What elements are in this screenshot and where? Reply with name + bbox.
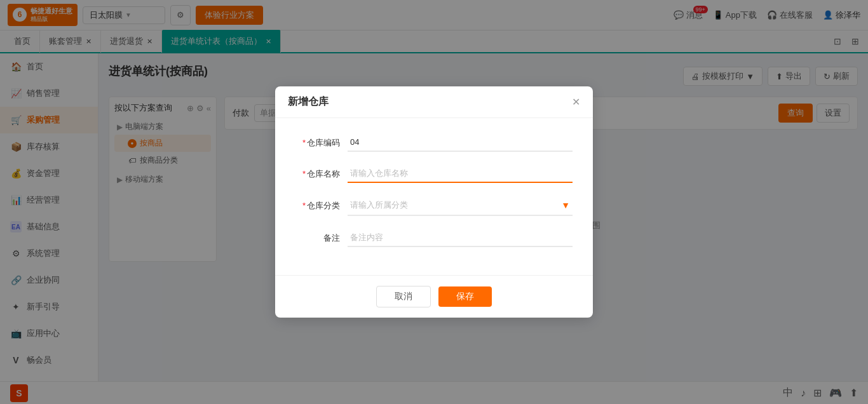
modal-overlay[interactable]: 新增仓库 ✕ 仓库编码 仓库名称 仓库分类 请输入所属分类 ▼ [0, 0, 868, 404]
dialog-close-button[interactable]: ✕ [572, 96, 580, 108]
form-row-category: 仓库分类 请输入所属分类 ▼ [295, 196, 573, 216]
form-row-name: 仓库名称 [295, 165, 573, 183]
form-row-code: 仓库编码 [295, 133, 573, 152]
category-arrow-icon: ▼ [561, 200, 570, 210]
note-label: 备注 [295, 232, 340, 244]
save-button[interactable]: 保存 [438, 286, 492, 307]
category-label: 仓库分类 [295, 200, 340, 212]
name-label: 仓库名称 [295, 168, 340, 180]
form-row-note: 备注 [295, 229, 573, 247]
add-warehouse-dialog: 新增仓库 ✕ 仓库编码 仓库名称 仓库分类 请输入所属分类 ▼ [275, 86, 593, 318]
code-input[interactable] [348, 133, 573, 152]
category-placeholder: 请输入所属分类 [350, 199, 408, 211]
name-input[interactable] [348, 165, 573, 183]
category-select[interactable]: 请输入所属分类 ▼ [348, 196, 573, 216]
dialog-title: 新增仓库 [288, 95, 329, 109]
note-input[interactable] [348, 229, 573, 247]
dialog-header: 新增仓库 ✕ [275, 86, 593, 118]
cancel-button[interactable]: 取消 [376, 286, 431, 307]
code-label: 仓库编码 [295, 137, 340, 149]
dialog-footer: 取消 保存 [275, 275, 593, 318]
dialog-body: 仓库编码 仓库名称 仓库分类 请输入所属分类 ▼ 备注 [275, 118, 593, 275]
